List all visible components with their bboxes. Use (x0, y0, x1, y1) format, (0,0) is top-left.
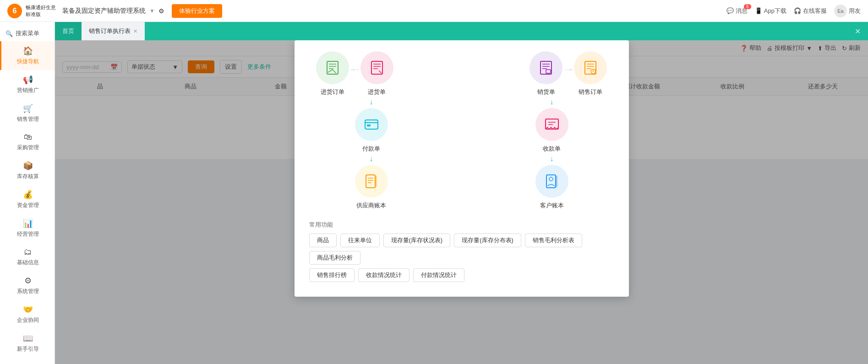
sidebar-item-guide[interactable]: 📖 新手引导 (0, 329, 55, 358)
sidebar: 🔍 搜索菜单 🏠 快捷导航 📢 营销推广 🛒 销售管理 🛍 采购管理 📦 库存核… (0, 22, 55, 364)
sales-order-label: 销售订单 (579, 88, 602, 96)
func-btn-partner[interactable]: 往来单位 (340, 234, 380, 247)
svg-rect-32 (556, 176, 557, 187)
flow-node-sales-bill[interactable]: 销货单 (530, 51, 562, 96)
purchase-bill-down-arrow: ↓ (370, 98, 373, 106)
receipt-down-arrow: ↓ (550, 155, 554, 163)
avatar: Ea (834, 5, 847, 17)
payment-label: 付款单 (362, 145, 380, 153)
modal-scroll-area: ◀ ▶ (295, 293, 629, 297)
flow-node-payment[interactable]: 付款单 (355, 108, 388, 153)
app-download-btn[interactable]: 📱 App下载 (755, 7, 786, 15)
content-area: ❓ 帮助 🖨 按模板打印 ▼ ⬆ 导出 ↻ 刷新 (55, 40, 868, 364)
flow-node-purchase-order[interactable]: 进货订单 (316, 51, 349, 96)
purchase-order-label: 进货订单 (321, 88, 344, 96)
svg-line-8 (379, 71, 382, 73)
sidebar-item-label: 采购管理 (17, 144, 39, 152)
func-btn-product[interactable]: 商品 (309, 234, 337, 247)
purchase-icon: 🛍 (24, 132, 32, 142)
sidebar-item-label: 经营管理 (17, 230, 39, 238)
svg-rect-12 (366, 175, 375, 188)
sidebar-search[interactable]: 🔍 搜索菜单 (0, 26, 55, 41)
common-functions: 常用功能 商品 往来单位 现存量(库存状况表) 现存量(库存分布表) 销售毛利分… (309, 221, 614, 282)
func-btn-sales-profit[interactable]: 销售毛利分析表 (525, 234, 582, 247)
func-btn-stock-dist[interactable]: 现存量(库存分布表) (454, 234, 521, 247)
sales-order-circle (574, 51, 607, 84)
message-btn[interactable]: 💬 消息 6 (726, 7, 748, 15)
sidebar-item-sales[interactable]: 🛒 销售管理 (0, 99, 55, 128)
flow-node-supplier-ledger[interactable]: 供应商账本 (355, 165, 388, 210)
sidebar-item-label: 库存核算 (17, 173, 39, 180)
tab-close-icon[interactable]: ✕ (133, 28, 137, 34)
receipt-label: 收款单 (543, 145, 561, 153)
modal-overlay[interactable]: 进货订单 - - - - → (55, 40, 868, 364)
top-right: 💬 消息 6 📱 App下载 🎧 在线客服 Ea 用友 (726, 5, 861, 17)
search-icon: 🔍 (5, 30, 13, 37)
message-icon: 💬 (726, 7, 734, 14)
system-title-dropdown[interactable]: ▼ (149, 8, 155, 14)
online-service-btn[interactable]: 🎧 在线客服 (794, 7, 827, 15)
tab-bar-close-icon[interactable]: ✕ (847, 27, 868, 36)
logo-icon: 6 (7, 4, 22, 18)
inventory-icon: 📦 (23, 161, 33, 171)
func-btn-sales-rank[interactable]: 销售排行榜 (309, 268, 355, 282)
logo-area: 6 畅康通好生意 标准版 (7, 4, 62, 18)
sidebar-item-label: 销售管理 (17, 115, 39, 123)
guide-icon: 📖 (23, 333, 33, 343)
sidebar-item-system[interactable]: ⚙ 系统管理 (0, 271, 55, 300)
operations-icon: 📊 (23, 218, 33, 228)
tab-home[interactable]: 首页 (55, 22, 82, 40)
main-area: 首页 销售订单执行表 ✕ ✕ ❓ 帮助 🖨 按模板打印 (55, 22, 868, 364)
payment-circle (355, 108, 388, 141)
sales-bill-down-arrow: ↓ (550, 98, 554, 106)
user-area[interactable]: Ea 用友 (834, 5, 861, 17)
func-btn-receipt-stat[interactable]: 收款情况统计 (358, 268, 409, 282)
sidebar-item-label: 营销推广 (17, 87, 39, 94)
purchase-bill-circle (360, 51, 393, 84)
svg-rect-13 (375, 176, 377, 187)
phone-icon: 📱 (755, 7, 762, 14)
purchase-bill-label: 进货单 (368, 88, 386, 96)
system-title-area: 装备及固定资产辅助管理系统 ▼ ⚙ 体验行业方案 (62, 4, 726, 18)
sales-bill-circle (530, 51, 562, 84)
customer-ledger-label: 客户账本 (540, 201, 564, 210)
function-buttons-row2: 销售排行榜 收款情况统计 付款情况统计 (309, 268, 614, 282)
function-buttons-row1: 商品 往来单位 现存量(库存状况表) 现存量(库存分布表) 销售毛利分析表 商品… (309, 234, 614, 265)
sidebar-item-label: 快捷导航 (17, 58, 39, 65)
svg-point-33 (549, 177, 553, 181)
sidebar-item-label: 系统管理 (17, 288, 39, 295)
sidebar-item-label: 基础信息 (17, 259, 39, 266)
enterprise-icon: 🤝 (23, 304, 33, 315)
sidebar-item-purchase[interactable]: 🛍 采购管理 (0, 128, 55, 156)
customer-ledger-circle (535, 165, 568, 198)
trial-button[interactable]: 体验行业方案 (172, 4, 222, 18)
quick-nav-icon: 🏠 (23, 46, 33, 56)
svg-rect-9 (365, 120, 378, 129)
settings-icon[interactable]: ⚙ (158, 7, 164, 15)
top-bar: 6 畅康通好生意 标准版 装备及固定资产辅助管理系统 ▼ ⚙ 体验行业方案 💬 … (0, 0, 868, 22)
flow-node-receipt[interactable]: 收款单 (535, 108, 568, 153)
sidebar-item-marketing[interactable]: 📢 营销推广 (0, 70, 55, 99)
service-icon: 🎧 (794, 7, 801, 14)
sidebar-item-finance[interactable]: 💰 资金管理 (0, 185, 55, 214)
flow-node-customer-ledger[interactable]: 客户账本 (535, 165, 568, 210)
tab-sales-order[interactable]: 销售订单执行表 ✕ (82, 22, 145, 40)
logo-text: 畅康通好生意 标准版 (26, 4, 56, 17)
main-layout: 🔍 搜索菜单 🏠 快捷导航 📢 营销推广 🛒 销售管理 🛍 采购管理 📦 库存核… (0, 22, 868, 364)
func-btn-stock-status[interactable]: 现存量(库存状况表) (383, 234, 451, 247)
flow-node-sales-order[interactable]: 销售订单 (574, 51, 607, 96)
func-btn-payment-stat[interactable]: 付款情况统计 (413, 268, 464, 282)
func-btn-product-profit[interactable]: 商品毛利分析 (309, 251, 360, 265)
receipt-circle (535, 108, 568, 141)
tab-bar: 首页 销售订单执行表 ✕ ✕ (55, 22, 868, 40)
sidebar-item-enterprise[interactable]: 🤝 企业协同 (0, 300, 55, 329)
flow-node-purchase-bill[interactable]: 进货单 (360, 51, 393, 96)
sidebar-item-quick-nav[interactable]: 🏠 快捷导航 (0, 41, 55, 70)
payment-down-arrow: ↓ (370, 155, 373, 163)
sidebar-item-operations[interactable]: 📊 经营管理 (0, 214, 55, 243)
svg-rect-22 (585, 61, 596, 74)
sidebar-item-label: 企业协同 (17, 316, 39, 324)
sidebar-item-inventory[interactable]: 📦 库存核算 (0, 156, 55, 185)
system-title-text: 装备及固定资产辅助管理系统 (62, 7, 146, 15)
sidebar-item-basic[interactable]: 🗂 基础信息 (0, 243, 55, 271)
